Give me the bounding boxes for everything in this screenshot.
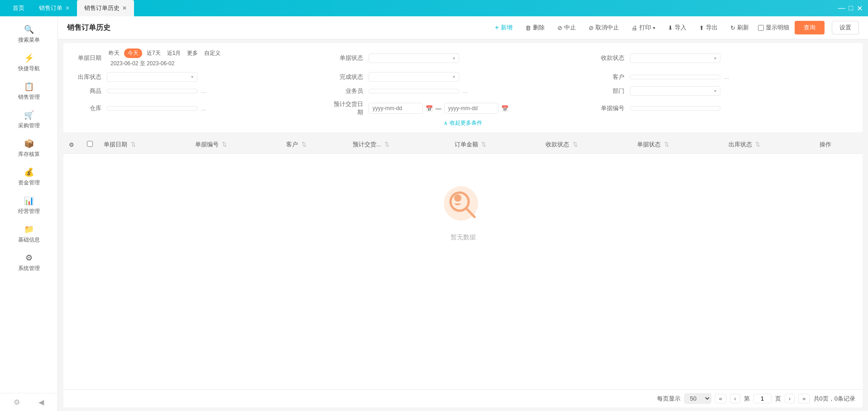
query-button[interactable]: 查询	[795, 21, 825, 34]
table-settings-icon[interactable]: ⚙	[69, 141, 74, 148]
tab-sales-order[interactable]: 销售订单 ✕	[32, 0, 77, 16]
order-no-input[interactable]	[630, 106, 720, 111]
tab-home[interactable]: 首页	[5, 0, 32, 16]
department-select[interactable]: ▾	[630, 86, 720, 96]
tab-sales-history[interactable]: 销售订单历史 ✕	[77, 0, 134, 16]
next-page-button[interactable]: ›	[785, 394, 795, 403]
th-expected-date[interactable]: 预计交货... ⇅	[347, 136, 449, 154]
date-more[interactable]: 更多	[185, 48, 200, 58]
sidebar-item-operations[interactable]: 📊 经营管理	[0, 191, 58, 220]
sidebar-finance-label: 资金管理	[18, 179, 40, 187]
import-button[interactable]: ⬇ 导入	[664, 22, 690, 34]
tab-sales-order-close[interactable]: ✕	[65, 5, 70, 11]
outbound-label: 出库状态	[71, 73, 107, 81]
page-size-select[interactable]: 50 10 20 100	[684, 393, 711, 404]
th-settings[interactable]: ⚙	[63, 136, 82, 154]
warehouse-input[interactable]	[107, 106, 197, 111]
first-page-button[interactable]: «	[715, 394, 726, 403]
date-today[interactable]: 今天	[124, 48, 142, 58]
tab-sales-history-close[interactable]: ✕	[122, 5, 127, 11]
expected-date-label: 预计交货日期	[332, 100, 369, 116]
sidebar-item-system[interactable]: ⚙ 系统管理	[0, 248, 58, 277]
refresh-button[interactable]: ↻ 刷新	[727, 22, 753, 34]
sidebar-item-inventory[interactable]: 📦 库存核算	[0, 134, 58, 163]
print-button[interactable]: 🖨 打印 ▾	[628, 22, 659, 34]
th-date[interactable]: 单据日期 ⇅	[98, 136, 190, 154]
th-action: 操作	[814, 136, 863, 154]
product-more-icon[interactable]: ...	[201, 87, 206, 94]
minimize-icon[interactable]: —	[838, 4, 845, 12]
prev-page-button[interactable]: ‹	[730, 394, 740, 403]
cal-end-icon[interactable]: 📅	[501, 105, 508, 112]
top-bar: 首页 销售订单 ✕ 销售订单历史 ✕ — □ ✕	[0, 0, 868, 16]
salesperson-input[interactable]	[369, 89, 459, 93]
empty-state: 暂无数据	[63, 154, 863, 269]
sidebar-item-finance[interactable]: 💰 资金管理	[0, 163, 58, 191]
select-all-checkbox[interactable]	[87, 141, 93, 147]
cancel-stop-button[interactable]: ⊘ 取消中止	[585, 22, 623, 34]
th-doc-status[interactable]: 单据状态 ⇅	[632, 136, 723, 154]
sidebar-item-search[interactable]: 🔍 搜索菜单	[0, 20, 58, 48]
doc-status-select[interactable]: ▾	[369, 53, 459, 63]
maximize-icon[interactable]: □	[849, 4, 853, 12]
tab-sales-history-label: 销售订单历史	[84, 4, 120, 12]
sidebar-item-base[interactable]: 📁 基础信息	[0, 220, 58, 248]
warehouse-more-icon[interactable]: ...	[201, 105, 206, 112]
content-area: 销售订单历史 + 新增 🗑 删除 ⊘ 中止 ⊘ 取消中止	[58, 16, 868, 411]
sidebar: 🔍 搜索菜单 ⚡ 快捷导航 📋 销售管理 🛒 采购管理 📦 库存核算 💰 资金管…	[0, 16, 58, 411]
date-label: 单据日期	[71, 54, 107, 62]
customer-input[interactable]	[630, 75, 720, 79]
collapse-bar[interactable]: ∧ 收起更多条件	[71, 119, 855, 127]
sidebar-quick-nav-label: 快捷导航	[18, 65, 40, 73]
display-columns-checkbox[interactable]	[758, 25, 764, 31]
filter-doc-status-col: 单据状态 ▾	[332, 48, 594, 68]
cal-start-icon[interactable]: 📅	[426, 105, 433, 112]
sidebar-item-quick-nav[interactable]: ⚡ 快捷导航	[0, 48, 58, 77]
last-page-button[interactable]: »	[798, 394, 810, 403]
window-close-icon[interactable]: ✕	[857, 4, 863, 13]
sidebar-item-sales[interactable]: 📋 销售管理	[0, 77, 58, 106]
payment-status-select[interactable]: ▾	[630, 53, 720, 63]
product-input[interactable]	[107, 89, 197, 93]
sidebar-purchase-label: 采购管理	[18, 122, 40, 130]
th-amount[interactable]: 订单金额 ⇅	[449, 136, 541, 154]
doc-status-label: 单据状态	[332, 54, 369, 62]
sidebar-bottom: ⚙ ◀	[0, 393, 58, 411]
export-button[interactable]: ⬆ 导出	[695, 22, 721, 34]
expected-date-start[interactable]	[369, 103, 423, 114]
add-button[interactable]: + 新增	[491, 22, 516, 34]
delete-button[interactable]: 🗑 删除	[522, 22, 548, 34]
customer-more-icon[interactable]: ...	[724, 73, 729, 80]
date-separator: —	[436, 105, 441, 112]
complete-arrow: ▾	[453, 74, 455, 79]
sort-date-icon: ⇅	[131, 141, 136, 148]
date-yesterday[interactable]: 昨天	[107, 48, 121, 58]
expected-date-end[interactable]	[444, 103, 499, 114]
th-no[interactable]: 单据编号 ⇅	[190, 136, 281, 154]
add-icon: +	[495, 24, 499, 32]
sort-no-icon: ⇅	[222, 141, 227, 148]
sidebar-settings-icon[interactable]: ⚙	[14, 398, 20, 406]
filter-complete-col: 完成状态 ▾	[332, 72, 594, 82]
sidebar-item-purchase[interactable]: 🛒 采购管理	[0, 106, 58, 134]
filter-warehouse-col: 仓库 ...	[71, 100, 332, 116]
complete-select[interactable]: ▾	[369, 72, 459, 82]
th-checkbox[interactable]	[82, 136, 98, 154]
th-out-status[interactable]: 出库状态 ⇅	[723, 136, 815, 154]
settings-button[interactable]: 设置	[832, 21, 859, 34]
salesperson-more-icon[interactable]: ...	[463, 87, 468, 94]
page-number-input[interactable]	[753, 394, 772, 403]
date-custom[interactable]: 自定义	[202, 48, 222, 58]
sidebar-collapse-icon[interactable]: ◀	[38, 398, 44, 406]
date-7days[interactable]: 近7天	[145, 48, 163, 58]
total-records: 共0页，0条记录	[814, 395, 855, 403]
display-columns-toggle[interactable]: 显示明细	[758, 24, 789, 32]
sidebar-system-label: 系统管理	[18, 265, 40, 272]
date-1month[interactable]: 近1月	[165, 48, 183, 58]
stop-button[interactable]: ⊘ 中止	[554, 22, 580, 34]
inventory-icon: 📦	[24, 139, 34, 149]
th-payment-status[interactable]: 收款状态 ⇅	[540, 136, 632, 154]
filter-salesperson-col: 业务员 ...	[332, 86, 594, 96]
outbound-select[interactable]: ▾	[107, 72, 197, 82]
th-customer[interactable]: 客户 ⇅	[281, 136, 347, 154]
